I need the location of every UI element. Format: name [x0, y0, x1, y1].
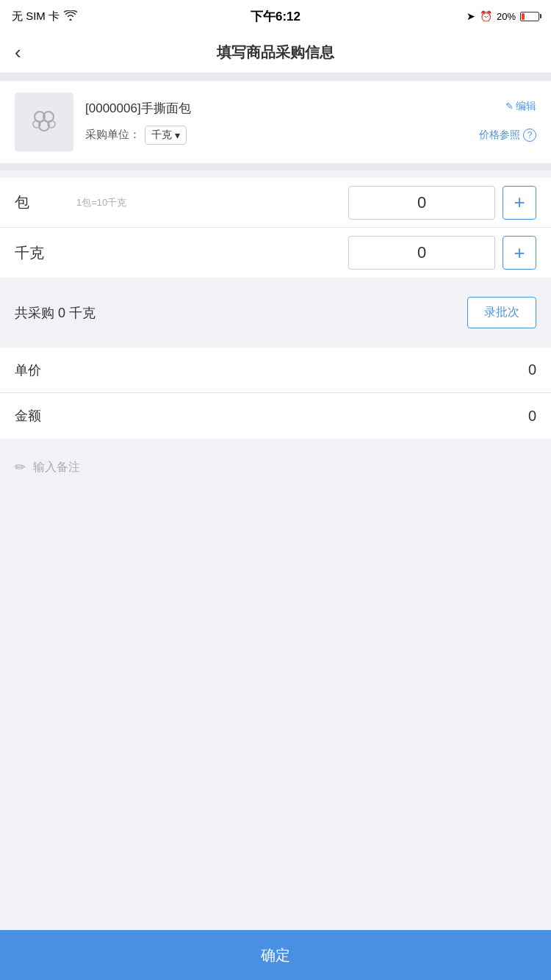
- bao-label: 包: [15, 192, 73, 212]
- product-logo: [26, 102, 62, 143]
- confirm-button[interactable]: 确定: [0, 930, 551, 980]
- location-icon: ➤: [467, 10, 475, 22]
- notes-placeholder: 输入备注: [33, 460, 80, 475]
- input-section: 包 1包=10千克 + 千克 +: [0, 178, 551, 278]
- amount-row: 金额 0: [0, 393, 551, 439]
- back-button[interactable]: ‹: [15, 41, 21, 64]
- kg-plus-button[interactable]: +: [503, 236, 536, 270]
- amount-label: 金额: [15, 407, 41, 425]
- price-section: 单价 0 金额 0: [0, 347, 551, 439]
- carrier-label: 无 SIM 卡: [12, 10, 60, 24]
- unit-select[interactable]: 千克 ▾: [145, 126, 187, 145]
- nav-bar: ‹ 填写商品采购信息: [0, 32, 551, 73]
- kg-input[interactable]: [348, 236, 495, 270]
- status-time: 下午6:12: [251, 8, 300, 25]
- bao-input-row: 包 1包=10千克 +: [0, 178, 551, 228]
- chevron-down-icon: ▾: [175, 129, 180, 141]
- total-label: 共采购 0 千克: [15, 304, 96, 322]
- product-info: [0000006]手撕面包 ✎ 编辑 采购单位： 千克 ▾ 价格参照 ?: [85, 100, 536, 145]
- info-icon: ?: [523, 129, 536, 142]
- content-spacer: [0, 489, 551, 930]
- unit-price-value: 0: [528, 361, 536, 378]
- alarm-icon: ⏰: [480, 10, 492, 22]
- product-thumbnail: [15, 93, 73, 151]
- unit-price-label: 单价: [15, 361, 41, 379]
- notes-section[interactable]: ✏ 输入备注: [0, 446, 551, 489]
- battery-pct: 20%: [497, 11, 516, 22]
- amount-value: 0: [528, 408, 536, 425]
- edit-button[interactable]: ✎ 编辑: [505, 100, 536, 113]
- price-ref-button[interactable]: 价格参照 ?: [479, 129, 536, 142]
- status-right: ➤ ⏰ 20%: [467, 10, 539, 22]
- bao-plus-button[interactable]: +: [503, 186, 536, 220]
- battery-icon: [520, 12, 539, 21]
- unit-price-row: 单价 0: [0, 347, 551, 393]
- unit-label: 采购单位：: [85, 128, 140, 142]
- pencil-icon: ✏: [15, 459, 26, 475]
- record-batch-button[interactable]: 录批次: [467, 297, 536, 328]
- wifi-icon: [64, 10, 77, 23]
- product-name: [0000006]手撕面包: [85, 100, 191, 117]
- kg-input-row: 千克 +: [0, 228, 551, 278]
- mid-divider: [0, 163, 551, 170]
- edit-icon: ✎: [505, 101, 514, 112]
- status-left: 无 SIM 卡: [12, 10, 77, 24]
- status-bar: 无 SIM 卡 下午6:12 ➤ ⏰ 20%: [0, 0, 551, 32]
- kg-label: 千克: [15, 243, 73, 263]
- page-title: 填写商品采购信息: [217, 43, 334, 62]
- total-section: 共采购 0 千克 录批次: [0, 285, 551, 340]
- bao-input[interactable]: [348, 186, 495, 220]
- product-card: [0000006]手撕面包 ✎ 编辑 采购单位： 千克 ▾ 价格参照 ?: [0, 81, 551, 163]
- bao-sublabel: 1包=10千克: [76, 196, 126, 209]
- top-divider: [0, 73, 551, 81]
